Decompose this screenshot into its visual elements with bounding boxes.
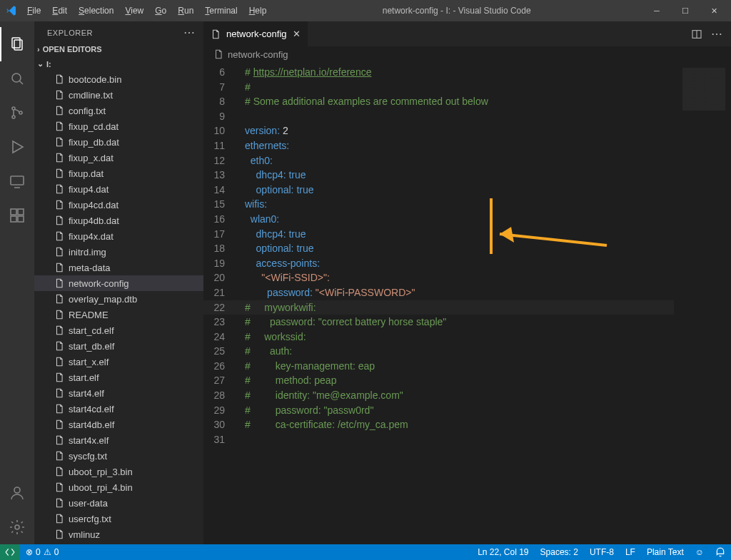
menu-bar: FileEditSelectionViewGoRunTerminalHelp bbox=[23, 4, 271, 17]
menu-go[interactable]: Go bbox=[151, 4, 171, 17]
maximize-button[interactable]: ☐ bbox=[671, 0, 700, 21]
file-name: start_cd.elf bbox=[69, 325, 114, 336]
file-item[interactable]: start_x.elf bbox=[34, 354, 203, 370]
remote-indicator-icon[interactable] bbox=[0, 544, 20, 560]
file-item[interactable]: uboot_rpi_3.bin bbox=[34, 464, 203, 479]
file-icon bbox=[54, 419, 64, 429]
file-item[interactable]: fixup4db.dat bbox=[34, 213, 203, 228]
file-icon bbox=[54, 325, 64, 335]
menu-terminal[interactable]: Terminal bbox=[201, 4, 241, 17]
close-button[interactable]: ✕ bbox=[700, 0, 728, 21]
indentation[interactable]: Spaces: 2 bbox=[535, 547, 584, 557]
minimize-button[interactable]: ─ bbox=[642, 0, 671, 21]
file-item[interactable]: network-config bbox=[34, 275, 203, 291]
open-editors-section[interactable]: › OPEN EDITORS bbox=[34, 42, 203, 56]
file-item[interactable]: meta-data bbox=[34, 260, 203, 275]
problems-indicator[interactable]: ⊗0 ⚠0 bbox=[20, 547, 64, 557]
activity-run-debug-icon[interactable] bbox=[0, 130, 34, 164]
breadcrumb[interactable]: network-config bbox=[203, 46, 731, 62]
file-item[interactable]: config.txt bbox=[34, 103, 203, 118]
file-item[interactable]: start4db.elf bbox=[34, 417, 203, 432]
file-item[interactable]: start_db.elf bbox=[34, 338, 203, 354]
language-mode[interactable]: Plain Text bbox=[641, 547, 690, 557]
file-name: user-data bbox=[69, 498, 108, 509]
activity-search-icon[interactable] bbox=[0, 61, 34, 96]
cursor-position[interactable]: Ln 22, Col 19 bbox=[472, 547, 534, 557]
eol[interactable]: LF bbox=[620, 547, 641, 557]
file-name: overlay_map.dtb bbox=[69, 294, 137, 305]
file-item[interactable]: start4.elf bbox=[34, 385, 203, 401]
file-icon bbox=[54, 451, 64, 461]
file-icon bbox=[54, 168, 64, 178]
menu-help[interactable]: Help bbox=[245, 4, 271, 17]
sidebar-header: EXPLORER ⋯ bbox=[34, 21, 203, 42]
breadcrumb-label: network-config bbox=[228, 49, 288, 60]
split-editor-icon[interactable] bbox=[691, 29, 702, 40]
more-actions-icon[interactable]: ⋯ bbox=[183, 26, 196, 39]
file-tree: bootcode.bincmdline.txtconfig.txtfixup_c… bbox=[34, 71, 203, 542]
file-icon bbox=[54, 106, 64, 116]
code-content[interactable]: # https://netplan.io/reference## Some ad… bbox=[245, 65, 667, 447]
activity-settings-icon[interactable] bbox=[0, 510, 34, 544]
file-item[interactable]: vmlinuz bbox=[34, 526, 203, 542]
file-item[interactable]: cmdline.txt bbox=[34, 87, 203, 103]
close-tab-icon[interactable]: ✕ bbox=[293, 29, 301, 39]
file-icon bbox=[54, 435, 64, 445]
file-icon bbox=[54, 121, 64, 131]
svg-point-13 bbox=[14, 487, 20, 493]
encoding[interactable]: UTF-8 bbox=[584, 547, 620, 557]
more-editor-actions-icon[interactable]: ⋯ bbox=[711, 27, 722, 41]
file-name: bootcode.bin bbox=[69, 74, 121, 85]
menu-run[interactable]: Run bbox=[173, 4, 198, 17]
file-item[interactable]: start4cd.elf bbox=[34, 401, 203, 417]
file-name: network-config bbox=[69, 278, 129, 289]
file-icon bbox=[54, 388, 64, 398]
file-name: start4.elf bbox=[69, 388, 104, 399]
activity-explorer-icon[interactable] bbox=[0, 27, 34, 61]
file-name: meta-data bbox=[69, 263, 111, 273]
code-editor[interactable]: 6789101112131415161718192021222324252627… bbox=[203, 62, 731, 544]
line-number-gutter: 6789101112131415161718192021222324252627… bbox=[203, 65, 238, 447]
feedback-icon[interactable]: ☺ bbox=[690, 547, 710, 557]
menu-view[interactable]: View bbox=[121, 4, 148, 17]
file-item[interactable]: start4x.elf bbox=[34, 432, 203, 448]
file-item[interactable]: fixup4.dat bbox=[34, 181, 203, 197]
file-item[interactable]: overlay_map.dtb bbox=[34, 291, 203, 307]
file-item[interactable]: fixup4cd.dat bbox=[34, 197, 203, 213]
file-item[interactable]: fixup_db.dat bbox=[34, 134, 203, 150]
minimap[interactable] bbox=[674, 62, 731, 544]
file-item[interactable]: start_cd.elf bbox=[34, 322, 203, 338]
tab-network-config[interactable]: network-config ✕ bbox=[203, 21, 308, 46]
file-icon bbox=[54, 357, 64, 367]
file-name: fixup_x.dat bbox=[69, 153, 114, 163]
activity-accounts-icon[interactable] bbox=[0, 476, 34, 510]
file-icon bbox=[54, 215, 64, 225]
file-item[interactable]: uboot_rpi_4.bin bbox=[34, 479, 203, 495]
activity-source-control-icon[interactable] bbox=[0, 96, 34, 130]
file-icon bbox=[54, 294, 64, 304]
file-item[interactable]: user-data bbox=[34, 495, 203, 511]
file-item[interactable]: fixup4x.dat bbox=[34, 228, 203, 244]
status-bar: ⊗0 ⚠0 Ln 22, Col 19 Spaces: 2 UTF-8 LF P… bbox=[0, 544, 731, 560]
svg-rect-10 bbox=[11, 216, 16, 222]
notifications-icon[interactable] bbox=[710, 547, 731, 557]
file-item[interactable]: fixup_cd.dat bbox=[34, 118, 203, 134]
file-name: cmdline.txt bbox=[69, 90, 113, 101]
menu-selection[interactable]: Selection bbox=[74, 4, 118, 17]
file-item[interactable]: README bbox=[34, 307, 203, 322]
activity-extensions-icon[interactable] bbox=[0, 198, 34, 233]
file-item[interactable]: fixup.dat bbox=[34, 166, 203, 181]
chevron-right-icon: › bbox=[37, 45, 40, 54]
window-controls: ─ ☐ ✕ bbox=[642, 0, 728, 21]
file-item[interactable]: fixup_x.dat bbox=[34, 150, 203, 166]
file-item[interactable]: syscfg.txt bbox=[34, 448, 203, 464]
file-item[interactable]: bootcode.bin bbox=[34, 71, 203, 87]
file-item[interactable]: usercfg.txt bbox=[34, 511, 203, 526]
folder-root-section[interactable]: ⌄ I: bbox=[34, 56, 203, 71]
file-name: start4x.elf bbox=[69, 435, 109, 446]
menu-file[interactable]: File bbox=[23, 4, 45, 17]
activity-remote-explorer-icon[interactable] bbox=[0, 164, 34, 198]
file-item[interactable]: initrd.img bbox=[34, 244, 203, 260]
file-item[interactable]: start.elf bbox=[34, 370, 203, 385]
menu-edit[interactable]: Edit bbox=[48, 4, 71, 17]
